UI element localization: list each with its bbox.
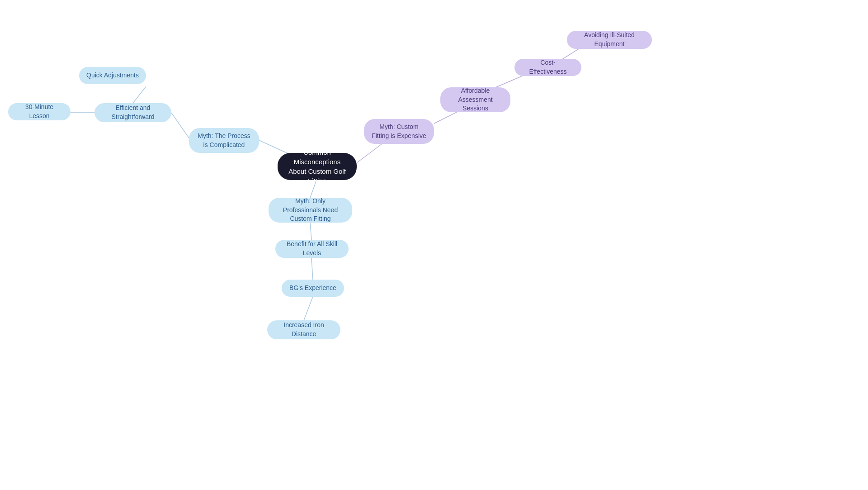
affordable-sessions-node: Affordable Assessment Sessions (440, 87, 510, 112)
benefit-skill-levels-node: Benefit for All Skill Levels (275, 240, 349, 258)
svg-line-1 (171, 113, 189, 138)
svg-line-2 (133, 86, 146, 103)
quick-adjustments-node: Quick Adjustments (79, 67, 146, 84)
svg-line-5 (434, 112, 457, 124)
efficient-straightforward-node: Efficient and Straightforward (94, 103, 171, 122)
increased-iron-distance-node: Increased Iron Distance (267, 320, 340, 339)
bgs-experience-node: BG's Experience (282, 280, 344, 297)
myth-complicated-node: Myth: The Process is Complicated (189, 128, 259, 153)
thirty-minute-lesson-node: 30-Minute Lesson (8, 103, 71, 120)
svg-line-11 (304, 297, 313, 320)
svg-line-10 (311, 258, 313, 280)
avoiding-ill-suited-node: Avoiding Ill-Suited Equipment (567, 31, 652, 49)
center-node: Common Misconceptions About Custom Golf … (278, 153, 357, 180)
myth-expensive-node: Myth: Custom Fitting is Expensive (364, 119, 434, 144)
myth-professionals-node: Myth: Only Professionals Need Custom Fit… (269, 198, 352, 223)
cost-effectiveness-node: Cost-Effectiveness (514, 59, 581, 76)
svg-line-9 (310, 223, 311, 240)
